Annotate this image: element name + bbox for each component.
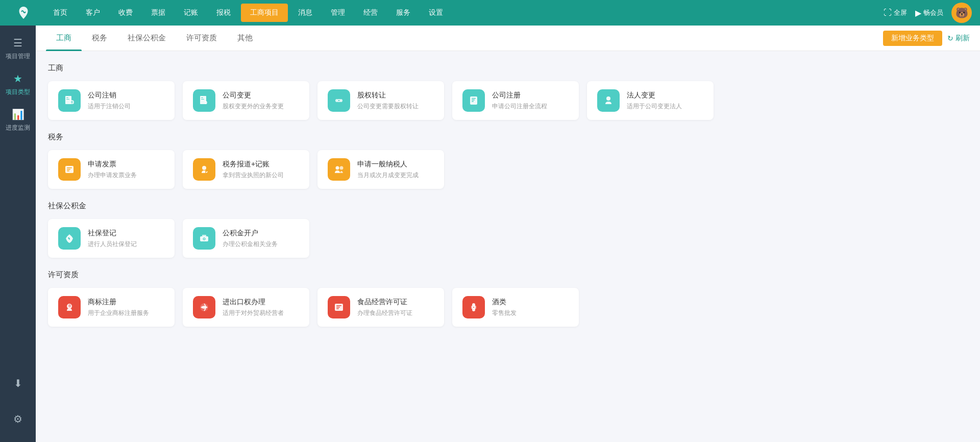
tab-license[interactable]: 许可资质 (176, 26, 227, 51)
card-desc-food-license: 办理食品经营许可证 (357, 309, 412, 317)
card-company-cancel[interactable]: 公司注销 适用于注销公司 (48, 81, 175, 120)
card-text-legal-change: 法人变更 适用于公司变更法人 (627, 91, 682, 111)
svg-rect-5 (201, 97, 203, 98)
sidebar-item-progress[interactable]: 📊 进度监测 (0, 102, 36, 138)
nav-bills[interactable]: 票据 (142, 0, 175, 26)
nav-service[interactable]: 服务 (387, 0, 420, 26)
app-logo (8, 0, 39, 26)
member-button[interactable]: ▶ 畅会员 (915, 8, 943, 18)
card-icon-trademark: ® (58, 296, 81, 318)
nav-operation[interactable]: 经营 (354, 0, 387, 26)
fullscreen-label: 全屏 (894, 8, 907, 17)
member-label: 畅会员 (923, 8, 943, 17)
refresh-label: 刷新 (955, 34, 970, 43)
list-icon: ☰ (13, 37, 22, 49)
nav-settings[interactable]: 设置 (420, 0, 452, 26)
card-desc-general-taxpayer: 当月或次月成变更完成 (357, 171, 419, 180)
card-company-register[interactable]: 公司注册 申请公司注册全流程 (452, 81, 579, 120)
nav-bookkeeping[interactable]: 记账 (175, 0, 207, 26)
card-title-company-register: 公司注册 (492, 91, 547, 100)
card-desc-import-export: 适用于对外贸易经营者 (223, 309, 284, 317)
card-text-food-license: 食品经营许可证 办理食品经营许可证 (357, 298, 412, 317)
card-icon-food-license (328, 296, 350, 318)
card-equity-transfer[interactable]: 股权转让 公司变更需要股权转让 (317, 81, 444, 120)
card-trademark[interactable]: ® 商标注册 用于企业商标注册服务 (48, 288, 175, 327)
card-icon-liquor (462, 296, 485, 318)
fullscreen-button[interactable]: ⛶ 全屏 (884, 8, 907, 17)
svg-point-21 (340, 166, 344, 170)
scroll-content[interactable]: 工商 公司注销 适用于注销公司 公司变更 (36, 51, 980, 442)
svg-rect-12 (472, 101, 474, 102)
tab-other[interactable]: 其他 (227, 26, 263, 51)
card-title-legal-change: 法人变更 (627, 91, 682, 100)
nav-fees[interactable]: 收费 (109, 0, 142, 26)
nav-manage[interactable]: 管理 (322, 0, 354, 26)
svg-rect-35 (473, 307, 474, 308)
svg-rect-30 (336, 305, 341, 306)
card-icon-invoice-apply (58, 158, 81, 181)
card-icon-tax-report (193, 158, 215, 181)
sidebar-download[interactable]: ⬇ (0, 365, 36, 401)
cards-grid-business: 公司注销 适用于注销公司 公司变更 股权变更外的业务变更 (48, 81, 968, 120)
cards-grid-license: ® 商标注册 用于企业商标注册服务 进出口权办理 适用于对外贸易经营者 (48, 288, 968, 327)
svg-text:®: ® (68, 304, 71, 308)
sidebar-item-project-manage[interactable]: ☰ 项目管理 (0, 31, 36, 66)
nav-items: 首页 客户 收费 票据 记账 报税 工商项目 消息 管理 经营 服务 设置 (44, 0, 884, 26)
top-navigation: 首页 客户 收费 票据 记账 报税 工商项目 消息 管理 经营 服务 设置 ⛶ … (0, 0, 980, 26)
card-food-license[interactable]: 食品经营许可证 办理食品经营许可证 (317, 288, 444, 327)
tab-tax[interactable]: 税务 (82, 26, 117, 51)
nav-message[interactable]: 消息 (289, 0, 322, 26)
new-type-button[interactable]: 新增业务类型 (883, 31, 942, 46)
refresh-icon: ↻ (947, 34, 953, 42)
nav-client[interactable]: 客户 (77, 0, 109, 26)
card-text-social-insurance: 社保登记 进行人员社保登记 (88, 229, 137, 249)
card-legal-change[interactable]: 法人变更 适用于公司变更法人 (587, 81, 714, 120)
svg-point-18 (202, 166, 206, 170)
card-company-change[interactable]: 公司变更 股权变更外的业务变更 (183, 81, 309, 120)
card-invoice-apply[interactable]: 申请发票 办理申请发票业务 (48, 150, 175, 189)
svg-rect-16 (67, 169, 70, 170)
card-title-provident-fund: 公积金开户 (223, 229, 278, 238)
svg-rect-11 (472, 100, 475, 101)
sidebar-item-project-type[interactable]: ★ 项目类型 (0, 66, 36, 102)
svg-rect-32 (336, 308, 339, 309)
card-import-export[interactable]: 进出口权办理 适用于对外贸易经营者 (183, 288, 309, 327)
card-desc-company-register: 申请公司注册全流程 (492, 102, 547, 111)
help-icon: ⚙ (13, 413, 22, 425)
download-icon: ⬇ (14, 377, 22, 389)
nav-home[interactable]: 首页 (44, 0, 77, 26)
svg-point-13 (606, 96, 610, 101)
card-text-equity-transfer: 股权转让 公司变更需要股权转让 (357, 91, 419, 111)
svg-point-20 (336, 166, 339, 170)
chart-icon: 📊 (12, 108, 24, 120)
sidebar-label-project-type: 项目类型 (6, 88, 30, 96)
card-icon-import-export (193, 296, 215, 318)
nav-business[interactable]: 工商项目 (241, 4, 288, 22)
main-layout: ☰ 项目管理 ★ 项目类型 📊 进度监测 ⬇ ⚙ 工商 税务 社保公积金 许可资… (0, 26, 980, 442)
nav-tax-report[interactable]: 报税 (207, 0, 240, 26)
sidebar-label-progress: 进度监测 (6, 124, 30, 132)
refresh-button[interactable]: ↻ 刷新 (947, 34, 970, 43)
sidebar-help[interactable]: ⚙ (0, 401, 36, 437)
section-title-license: 许可资质 (48, 270, 968, 280)
card-tax-report[interactable]: 税务报道+记账 拿到营业执照的新公司 (183, 150, 309, 189)
svg-rect-2 (66, 99, 69, 100)
tab-social-fund[interactable]: 社保公积金 (117, 26, 176, 51)
card-text-trademark: 商标注册 用于企业商标注册服务 (88, 298, 149, 317)
svg-rect-15 (67, 167, 72, 168)
tab-business[interactable]: 工商 (46, 26, 82, 51)
card-provident-fund[interactable]: 公积金开户 办理公积金相关业务 (183, 219, 309, 258)
card-text-import-export: 进出口权办理 适用于对外贸易经营者 (223, 298, 284, 317)
card-text-provident-fund: 公积金开户 办理公积金相关业务 (223, 229, 278, 249)
cards-grid-social: 社保登记 进行人员社保登记 公积金开户 办理公积金相关业务 (48, 219, 968, 258)
card-text-liquor: 酒类 零售批发 (492, 298, 517, 317)
card-title-trademark: 商标注册 (88, 298, 149, 307)
card-icon-equity-transfer (328, 89, 350, 112)
content-area: 工商 税务 社保公积金 许可资质 其他 新增业务类型 ↻ 刷新 工商 (36, 26, 980, 442)
svg-rect-10 (472, 98, 476, 99)
card-social-insurance[interactable]: 社保登记 进行人员社保登记 (48, 219, 175, 258)
mascot-avatar[interactable]: 🐻 (951, 3, 972, 23)
card-general-taxpayer[interactable]: 申请一般纳税人 当月或次月成变更完成 (317, 150, 444, 189)
card-liquor[interactable]: 酒类 零售批发 (452, 288, 579, 327)
tab-bar-actions: 新增业务类型 ↻ 刷新 (883, 31, 970, 46)
